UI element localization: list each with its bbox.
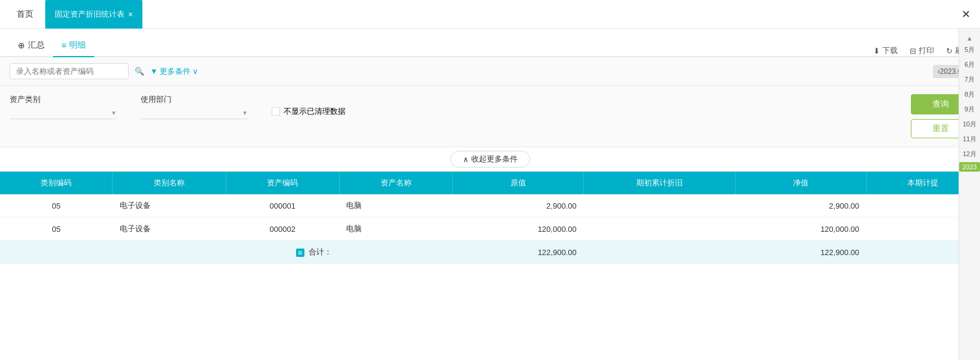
dept-filter: 使用部门 ▼ xyxy=(141,94,260,119)
print-icon: ⊟ xyxy=(910,46,916,55)
summary-accum-depr xyxy=(584,241,735,264)
download-button[interactable]: ⬇ 下载 xyxy=(873,45,898,56)
cell-asset-code: 000001 xyxy=(226,194,339,218)
more-filter-button[interactable]: ▼ 更多条件 ∨ xyxy=(150,66,198,77)
tab-summary[interactable]: ⊕ 汇总 xyxy=(10,35,53,57)
summary-asset-name xyxy=(339,241,452,264)
cell-type-code: 05 xyxy=(0,218,113,241)
table-row: 05 电子设备 000001 电脑 2,900.00 2,900.00 xyxy=(0,194,980,218)
data-table-container: 类别编码 类别名称 资产编码 资产名称 原值 期初累计折旧 净值 本期计提 05… xyxy=(0,172,980,360)
hide-cleared-area: 不显示已清理数据 xyxy=(272,106,346,117)
asset-type-filter: 资产类别 ▼ xyxy=(10,94,129,119)
dept-label: 使用部门 xyxy=(141,94,260,105)
col-asset-name: 资产名称 xyxy=(339,172,452,194)
summary-net-value: 122,900.00 xyxy=(735,241,866,264)
cell-original-value: 2,900.00 xyxy=(453,194,584,218)
month-5[interactable]: 5月 xyxy=(959,43,980,57)
download-icon: ⬇ xyxy=(873,46,880,55)
hide-cleared-label: 不显示已清理数据 xyxy=(284,106,346,117)
cell-asset-code: 000002 xyxy=(226,218,339,241)
col-original-value: 原值 xyxy=(453,172,584,194)
cell-net-value: 120,000.00 xyxy=(735,218,866,241)
cell-asset-name: 电脑 xyxy=(339,218,452,241)
active-tab[interactable]: 固定资产折旧统计表 × xyxy=(45,0,142,29)
cell-accum-depr xyxy=(584,218,735,241)
cell-type-name: 电子设备 xyxy=(113,218,226,241)
summary-label-cell: ⊞ 合计： xyxy=(0,241,339,264)
asset-type-select[interactable]: ▼ xyxy=(10,107,117,119)
col-net-value: 净值 xyxy=(735,172,866,194)
window-close-icon[interactable]: ✕ xyxy=(962,8,970,21)
cell-asset-name: 电脑 xyxy=(339,194,452,218)
month-7[interactable]: 7月 xyxy=(959,73,980,86)
asset-type-arrow-icon: ▼ xyxy=(111,110,117,116)
summary-icon: ⊞ xyxy=(296,249,304,257)
col-type-name: 类别名称 xyxy=(113,172,226,194)
filter-icon: ▼ xyxy=(150,67,158,76)
current-year-badge[interactable]: 2023 xyxy=(959,162,980,172)
print-label: 打印 xyxy=(919,45,934,56)
cell-type-name: 电子设备 xyxy=(113,194,226,218)
cell-net-value: 2,900.00 xyxy=(735,194,866,218)
month-11[interactable]: 11月 xyxy=(959,132,980,146)
month-9[interactable]: 9月 xyxy=(959,103,980,116)
scroll-up-icon[interactable]: ▲ xyxy=(966,35,973,42)
collapse-icon: ∧ xyxy=(463,155,469,164)
refresh-icon: ↻ xyxy=(946,46,953,55)
col-type-code: 类别编码 xyxy=(0,172,113,194)
collapse-button[interactable]: ∧ 收起更多条件 xyxy=(450,151,530,167)
tab-detail-label: 明细 xyxy=(69,40,86,51)
col-asset-code: 资产编码 xyxy=(226,172,339,194)
month-8[interactable]: 8月 xyxy=(959,88,980,101)
table-row: 05 电子设备 000002 电脑 120,000.00 120,000.00 xyxy=(0,218,980,241)
summary-row: ⊞ 合计： 122,900.00 122,900.00 xyxy=(0,241,980,264)
right-month-panel: ▲ 5月 6月 7月 8月 9月 10月 11月 12月 2023 xyxy=(959,29,980,360)
print-button[interactable]: ⊟ 打印 xyxy=(910,45,934,56)
tab-label: 固定资产折旧统计表 xyxy=(55,9,125,20)
cell-accum-depr xyxy=(584,194,735,218)
month-6[interactable]: 6月 xyxy=(959,58,980,72)
dept-arrow-icon: ▼ xyxy=(242,110,248,116)
summary-label: 合计： xyxy=(309,247,332,256)
cell-original-value: 120,000.00 xyxy=(453,218,584,241)
month-12[interactable]: 12月 xyxy=(959,147,980,161)
month-10[interactable]: 10月 xyxy=(959,117,980,131)
hide-cleared-checkbox[interactable] xyxy=(272,107,280,116)
col-accum-depr: 期初累计折旧 xyxy=(584,172,735,194)
search-icon[interactable]: 🔍 xyxy=(135,67,144,76)
cell-type-code: 05 xyxy=(0,194,113,218)
search-input[interactable] xyxy=(10,63,129,79)
asset-table: 类别编码 类别名称 资产编码 资产名称 原值 期初累计折旧 净值 本期计提 05… xyxy=(0,172,980,264)
download-label: 下载 xyxy=(882,45,898,56)
tab-detail[interactable]: ≡ 明细 xyxy=(53,35,94,57)
tab-summary-label: 汇总 xyxy=(28,40,45,51)
dept-select[interactable]: ▼ xyxy=(141,107,248,119)
summary-original-value: 122,900.00 xyxy=(453,241,584,264)
filter-label: 更多条件 xyxy=(160,66,191,77)
summary-icon: ⊕ xyxy=(18,41,25,50)
detail-icon: ≡ xyxy=(61,41,66,50)
chevron-down-icon: ∨ xyxy=(192,67,198,76)
tab-close-icon[interactable]: × xyxy=(128,10,133,19)
asset-type-label: 资产类别 xyxy=(10,94,129,105)
collapse-label: 收起更多条件 xyxy=(471,154,518,165)
home-tab[interactable]: 首页 xyxy=(10,9,41,20)
